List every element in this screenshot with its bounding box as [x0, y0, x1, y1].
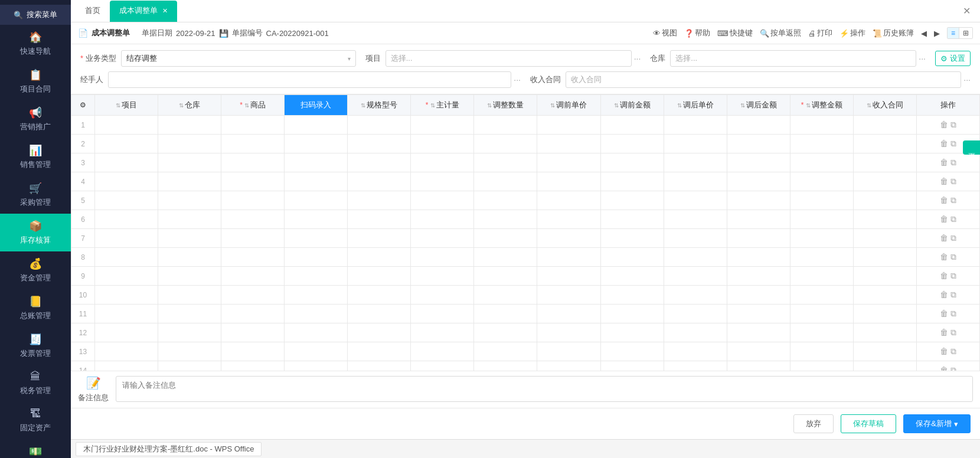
table-cell[interactable]: [664, 116, 727, 135]
table-cell[interactable]: [600, 342, 664, 361]
history-action[interactable]: 📜 历史账簿: [873, 28, 914, 38]
table-cell[interactable]: [600, 361, 664, 371]
row-copy-icon[interactable]: ⧉: [950, 290, 956, 300]
row-copy-icon[interactable]: ⧉: [950, 365, 956, 371]
table-cell[interactable]: [727, 191, 790, 210]
table-cell[interactable]: [95, 191, 158, 210]
table-cell[interactable]: [221, 210, 285, 229]
table-cell[interactable]: [285, 135, 348, 153]
table-cell[interactable]: [537, 248, 600, 267]
table-cell[interactable]: [348, 135, 411, 153]
tab-home[interactable]: 首页: [76, 1, 110, 22]
sidebar-item-sales-mgmt[interactable]: 📊 销售管理: [0, 138, 71, 176]
row-delete-icon[interactable]: 🗑: [940, 346, 948, 356]
table-cell[interactable]: [285, 305, 348, 323]
table-cell[interactable]: [158, 135, 221, 153]
row-copy-icon[interactable]: ⧉: [950, 214, 956, 224]
table-cell[interactable]: [221, 305, 285, 323]
sidebar-item-project-contract[interactable]: 📋 项目合同: [0, 63, 71, 100]
table-cell[interactable]: [285, 153, 348, 172]
table-cell[interactable]: [411, 229, 474, 248]
window-close-button[interactable]: ✕: [958, 3, 975, 19]
table-cell[interactable]: [600, 116, 664, 135]
table-cell[interactable]: [853, 191, 916, 210]
income-contract-input[interactable]: 收入合同: [566, 71, 961, 88]
table-cell[interactable]: [158, 342, 221, 361]
table-cell[interactable]: [664, 361, 727, 371]
row-delete-icon[interactable]: 🗑: [940, 120, 948, 130]
sidebar-item-purchase-mgmt[interactable]: 🛒 采购管理: [0, 176, 71, 214]
table-cell[interactable]: [285, 172, 348, 191]
table-cell[interactable]: [95, 323, 158, 342]
table-cell[interactable]: [221, 135, 285, 153]
row-delete-icon[interactable]: 🗑: [940, 290, 948, 300]
row-copy-icon[interactable]: ⧉: [950, 346, 956, 356]
table-cell[interactable]: [411, 342, 474, 361]
table-cell[interactable]: [537, 172, 600, 191]
table-cell[interactable]: [411, 305, 474, 323]
table-cell[interactable]: [348, 361, 411, 371]
table-cell[interactable]: [600, 229, 664, 248]
table-cell[interactable]: [664, 153, 727, 172]
check-cancel-action[interactable]: 🔍 按单返照: [760, 28, 801, 38]
table-cell[interactable]: [790, 172, 853, 191]
table-cell[interactable]: [221, 323, 285, 342]
table-cell[interactable]: [411, 248, 474, 267]
table-cell[interactable]: [537, 267, 600, 286]
save-new-dropdown-icon[interactable]: ▾: [954, 420, 958, 428]
table-cell[interactable]: [411, 135, 474, 153]
table-cell[interactable]: [790, 116, 853, 135]
table-cell[interactable]: [853, 286, 916, 305]
row-delete-icon[interactable]: 🗑: [940, 233, 948, 243]
table-cell[interactable]: [853, 172, 916, 191]
table-cell[interactable]: [348, 210, 411, 229]
table-cell[interactable]: [221, 191, 285, 210]
table-cell[interactable]: [664, 210, 727, 229]
table-cell[interactable]: [664, 248, 727, 267]
row-copy-icon[interactable]: ⧉: [950, 252, 956, 262]
table-cell[interactable]: [474, 153, 537, 172]
biz-type-input[interactable]: 结存调整 ▾: [121, 50, 356, 67]
table-cell[interactable]: [95, 361, 158, 371]
table-cell[interactable]: [411, 286, 474, 305]
table-cell[interactable]: [537, 323, 600, 342]
table-cell[interactable]: [727, 267, 790, 286]
table-cell[interactable]: [600, 248, 664, 267]
table-cell[interactable]: [348, 323, 411, 342]
table-cell[interactable]: [664, 323, 727, 342]
table-cell[interactable]: [600, 172, 664, 191]
table-cell[interactable]: [790, 286, 853, 305]
table-cell[interactable]: [853, 116, 916, 135]
table-cell[interactable]: [158, 116, 221, 135]
table-cell[interactable]: [853, 135, 916, 153]
table-cell[interactable]: [853, 305, 916, 323]
row-copy-icon[interactable]: ⧉: [950, 176, 956, 187]
table-cell[interactable]: [664, 191, 727, 210]
table-cell[interactable]: [474, 286, 537, 305]
table-cell[interactable]: [727, 116, 790, 135]
table-cell[interactable]: [727, 135, 790, 153]
table-cell[interactable]: [474, 361, 537, 371]
table-cell[interactable]: [537, 305, 600, 323]
row-delete-icon[interactable]: 🗑: [940, 271, 948, 281]
sidebar-item-inventory[interactable]: 📦 库存核算: [0, 214, 71, 251]
tab-cost-adjust[interactable]: 成本调整单 ✕: [110, 1, 177, 22]
table-cell[interactable]: [790, 248, 853, 267]
row-delete-icon[interactable]: 🗑: [940, 365, 948, 371]
discard-button[interactable]: 放弃: [793, 414, 834, 433]
table-cell[interactable]: [285, 116, 348, 135]
table-cell[interactable]: [95, 172, 158, 191]
sidebar-item-invoice[interactable]: 🧾 发票管理: [0, 327, 71, 365]
table-cell[interactable]: [158, 229, 221, 248]
table-cell[interactable]: [221, 116, 285, 135]
table-cell[interactable]: [348, 342, 411, 361]
income-contract-more-icon[interactable]: ···: [963, 75, 971, 84]
table-cell[interactable]: [285, 342, 348, 361]
table-cell[interactable]: [853, 361, 916, 371]
table-cell[interactable]: [853, 153, 916, 172]
side-panel-tab[interactable]: 面板: [963, 140, 980, 155]
table-cell[interactable]: [285, 267, 348, 286]
table-cell[interactable]: [474, 172, 537, 191]
sidebar-search[interactable]: 🔍 搜索菜单: [0, 5, 71, 25]
table-cell[interactable]: [727, 248, 790, 267]
